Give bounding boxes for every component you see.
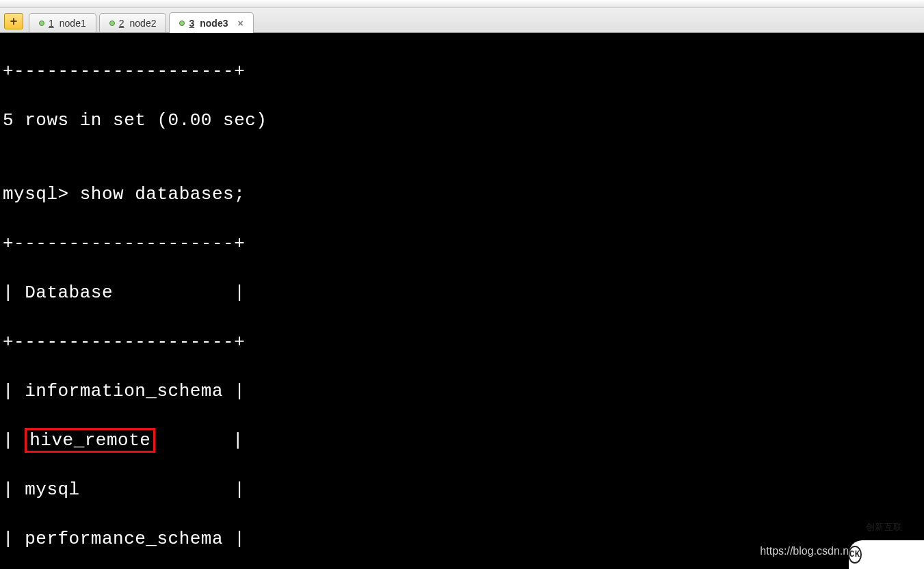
tab-number: 2 [119, 18, 124, 29]
tab-node1[interactable]: 1 node1 [29, 13, 96, 32]
status-dot-icon [179, 21, 185, 26]
tab-node3[interactable]: 3 node3 × [169, 12, 253, 33]
terminal-line: | Database | [3, 280, 921, 305]
row-prefix: | [3, 430, 25, 451]
brand-logo-icon: CK [848, 546, 861, 564]
status-dot-icon [39, 21, 44, 26]
app-toolbar [0, 0, 924, 8]
terminal-line: | information_schema | [3, 379, 921, 403]
close-icon[interactable]: × [238, 18, 243, 28]
tab-label: node1 [60, 18, 86, 29]
terminal-line: 5 rows in set (0.00 sec) [3, 108, 921, 133]
terminal-line: | hive_remote | [3, 428, 921, 453]
tab-number: 1 [49, 18, 54, 29]
terminal-output[interactable]: +--------------------+ 5 rows in set (0.… [0, 33, 924, 569]
terminal-line: +--------------------+ [3, 231, 921, 256]
tab-label: node3 [200, 18, 228, 29]
terminal-line: +--------------------+ [3, 59, 921, 83]
row-suffix: | [155, 430, 243, 451]
tab-bar: + 1 node1 2 node2 3 node3 × [0, 8, 924, 33]
add-tab-button[interactable]: + [4, 13, 23, 29]
status-dot-icon [109, 21, 115, 26]
brand-text: 创新互联 CHUANG XIN HU LIAN [866, 474, 925, 570]
terminal-line: +--------------------+ [3, 330, 921, 354]
tab-node2[interactable]: 2 node2 [99, 13, 167, 32]
tab-label: node2 [130, 18, 157, 29]
terminal-line: mysql> show databases; [3, 182, 921, 207]
brand-badge: CK 创新互联 CHUANG XIN HU LIAN [849, 540, 924, 569]
brand-cn: 创新互联 [866, 523, 925, 532]
highlighted-db-name: hive_remote [25, 428, 155, 453]
tab-number: 3 [189, 18, 194, 29]
terminal-line: | mysql | [3, 477, 921, 502]
